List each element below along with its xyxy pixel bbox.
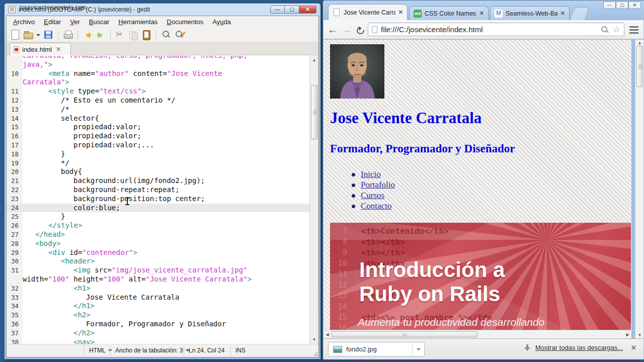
tab-close-icon[interactable]: ✕ [398, 9, 403, 16]
code-line[interactable]: width="100" height="100" alt="Jose Vicen… [7, 275, 309, 284]
chrome-close-button[interactable]: ✕ [628, 2, 641, 9]
scroll-up-icon[interactable]: ▲ [311, 57, 317, 63]
code-line[interactable]: 16propiedad:valor; [7, 132, 309, 141]
code-line[interactable]: 25} [7, 212, 309, 221]
code-line[interactable]: 17propiedad:valor;... [7, 141, 309, 150]
redo-icon[interactable] [95, 29, 106, 40]
chrome-maximize-button[interactable]: ▢ [616, 2, 628, 9]
url-text[interactable]: file:///C:/josevicente/index.html [381, 25, 597, 34]
menu-buscar[interactable]: Buscar [85, 17, 114, 27]
code-line[interactable]: 32<h1> [7, 284, 309, 293]
new-tab-button[interactable] [570, 7, 589, 20]
code-line[interactable]: 28<body> [7, 239, 309, 248]
code-line[interactable]: Carratala"> [7, 78, 309, 87]
menu-editar[interactable]: Editar [39, 17, 65, 27]
code-line[interactable]: 10<meta name="author" content="Jose Vice… [7, 69, 309, 78]
replace-icon[interactable] [174, 29, 185, 40]
browser-tab-3[interactable]: MSeamless-Web-Back✕ [490, 6, 570, 20]
forward-button[interactable]: → [342, 25, 352, 35]
code-line[interactable]: 30<header> [7, 257, 309, 266]
browser-tab-2[interactable]: w3CSS Color Names✕ [409, 6, 489, 20]
downloads-bar-close-icon[interactable]: ✕ [631, 344, 636, 351]
code-line[interactable]: 14selector{ [7, 114, 309, 123]
browser-horizontal-scrollbar[interactable]: ◀ ▶ [324, 330, 631, 338]
scroll-down-icon[interactable]: ▼ [311, 336, 317, 343]
menu-ver[interactable]: Ver [65, 17, 85, 27]
browser-tab-1[interactable]: Jose Vicente Carratal✕ [328, 4, 408, 20]
code-line[interactable]: 29<div id="contenedor"> [7, 248, 309, 257]
code-line[interactable]: carratala, formación, curso, programador… [7, 56, 309, 60]
language-selector[interactable]: HTML [84, 345, 110, 356]
code-text: /* Esto es un comentario */ [23, 96, 309, 105]
chrome-menu-icon[interactable] [628, 25, 639, 34]
code-line[interactable]: 35<h2> [7, 311, 309, 320]
paste-icon[interactable] [141, 29, 152, 40]
nav-link-portafolio[interactable]: Portafolio [361, 180, 395, 190]
code-line[interactable]: 19*/ [7, 159, 309, 168]
code-line[interactable]: 12/* Esto es un comentario */ [7, 96, 309, 105]
menu-archivo[interactable]: Archivo [9, 17, 39, 27]
code-line[interactable]: java,"> [7, 60, 309, 69]
scroll-left-icon[interactable]: ◀ [324, 331, 331, 338]
tab-close-icon[interactable]: ✕ [479, 10, 484, 17]
open-dropdown-caret-icon[interactable] [36, 29, 41, 40]
code-editor[interactable]: carratala, formación, curso, programador… [7, 55, 318, 344]
download-item-fondo2[interactable]: fondo2.jpg [328, 342, 425, 356]
browser-vscroll-thumb[interactable] [636, 46, 642, 87]
editor-scrollbar-thumb[interactable] [311, 85, 317, 139]
code-line[interactable]: 11<style type="text/css"> [7, 87, 309, 96]
menu-herramientas[interactable]: Herramientas [114, 17, 162, 27]
code-line[interactable]: 31<img src="img/jose_vicente_carratala.j… [7, 266, 309, 275]
address-bar[interactable]: file:///C:/josevicente/index.html ☆ [368, 23, 624, 36]
code-line[interactable]: 34</h1> [7, 302, 309, 311]
browser-vertical-scrollbar[interactable]: ▲ ▼ [635, 40, 643, 338]
tab-width-selector[interactable]: Ancho de la tabulación: 3 [110, 345, 184, 356]
new-icon[interactable] [10, 29, 21, 40]
reload-button[interactable] [356, 26, 364, 34]
gedit-close-button[interactable]: ✕ [299, 6, 316, 14]
code-line[interactable]: 36Formador, Programador y Diseñador [7, 320, 309, 329]
code-line[interactable]: 26</style> [7, 221, 309, 230]
gedit-minimize-button[interactable]: — [270, 6, 285, 14]
undo-icon[interactable] [82, 29, 93, 40]
download-options-caret[interactable] [412, 342, 424, 356]
show-all-downloads-link[interactable]: Mostrar todas las descargas... [535, 344, 623, 351]
cut-icon[interactable] [115, 29, 126, 40]
zoom-indicator-icon[interactable] [600, 25, 609, 34]
code-line[interactable]: 33Jose Vicente Carratala [7, 293, 309, 302]
scroll-right-icon[interactable]: ▶ [624, 331, 631, 338]
code-line[interactable]: 38<nav> [7, 338, 309, 344]
copy-icon[interactable] [128, 29, 139, 40]
code-line[interactable]: 15propiedad:valor; [7, 123, 309, 132]
code-line[interactable]: 37</h2> [7, 329, 309, 338]
code-scroll-area[interactable]: carratala, formación, curso, programador… [7, 56, 309, 344]
code-line[interactable]: 27</head> [7, 230, 309, 239]
open-icon[interactable] [23, 29, 34, 40]
tab-close-icon[interactable]: ✕ [560, 10, 565, 17]
chrome-minimize-button[interactable]: — [603, 2, 616, 9]
browser-hscroll-thumb[interactable] [332, 331, 477, 337]
editor-vertical-scrollbar[interactable]: ▲ ▼ [309, 56, 318, 344]
gedit-maximize-button[interactable]: ▢ [285, 6, 299, 14]
resize-grip[interactable] [313, 352, 317, 356]
code-line[interactable]: 20body{ [7, 167, 309, 176]
menu-ayuda[interactable]: Ayuda [208, 17, 235, 27]
bookmark-star-icon[interactable]: ☆ [613, 25, 620, 34]
code-line-current[interactable]: 24color:blue; [7, 204, 309, 213]
scroll-down-icon[interactable]: ▼ [636, 332, 643, 338]
nav-link-inicio[interactable]: Inicio [361, 169, 381, 179]
nav-link-contacto[interactable]: Contacto [361, 201, 391, 211]
save-icon[interactable] [43, 29, 54, 40]
tab-close-icon[interactable]: ✕ [56, 46, 61, 53]
code-line[interactable]: 13/* [7, 105, 309, 114]
code-line[interactable]: 23background-position:top center; [7, 195, 309, 204]
find-icon[interactable] [160, 29, 172, 40]
nav-link-cursos[interactable]: Cursos [361, 191, 384, 200]
code-line[interactable]: 21background:url(img/fondo2.jpg); [7, 176, 309, 186]
code-line[interactable]: 18} [7, 150, 309, 159]
menu-documentos[interactable]: Documentos [162, 17, 208, 27]
code-line[interactable]: 22background-repeat:repeat; [7, 186, 309, 195]
print-icon[interactable] [62, 29, 73, 40]
document-tab-index-html[interactable]: index.html ✕ [10, 43, 71, 55]
back-button[interactable]: ← [328, 25, 338, 35]
